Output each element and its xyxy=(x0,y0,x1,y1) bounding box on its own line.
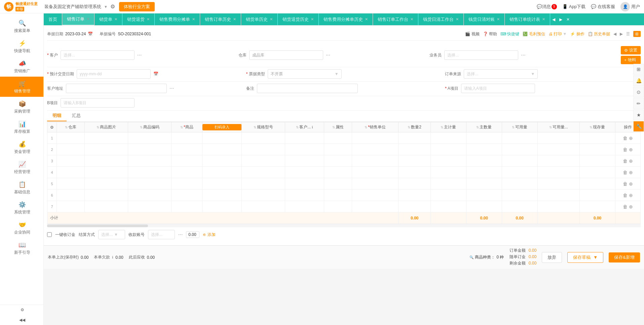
row-cust-code-1[interactable] xyxy=(285,132,324,144)
customer-addr-input[interactable] xyxy=(66,84,167,93)
scroll-thumb[interactable] xyxy=(47,225,148,227)
product-types-icon[interactable]: 🔍 xyxy=(469,255,473,259)
right-float-btn-3[interactable]: ⊙ xyxy=(633,87,644,97)
tab-more[interactable]: ✕ xyxy=(564,13,572,26)
app-download-btn[interactable]: 📱 App下载 xyxy=(562,4,585,10)
user-avatar[interactable]: 👤 用户 xyxy=(620,2,640,11)
sidebar-item-enterprise[interactable]: 🤝 企业协同 xyxy=(0,218,43,238)
tab-sales-expense[interactable]: 销售费用分摊单 ✕ xyxy=(155,13,200,26)
tab-close-cash-reconcile[interactable]: ✕ xyxy=(497,17,500,22)
copy-icon[interactable]: ⊕ xyxy=(629,135,633,141)
grid-view-btn[interactable]: ⊞ xyxy=(633,31,641,37)
history-btn[interactable]: 📋 历史单据 xyxy=(588,31,610,37)
row-img-1[interactable] xyxy=(84,132,128,144)
warehouse-more-btn[interactable]: ··· xyxy=(326,52,330,58)
th-scan[interactable]: 扫码录入 xyxy=(202,122,241,132)
th-warehouse[interactable]: ⇅仓库 xyxy=(57,122,85,132)
add-material-btn[interactable]: + 物料 xyxy=(621,56,641,64)
customer-more-btn[interactable]: ··· xyxy=(137,52,142,58)
add-payment-btn[interactable]: ⊕ 添加 xyxy=(203,232,215,238)
row-qty2-1[interactable] xyxy=(399,132,431,144)
th-current-stock[interactable]: ⇅现存量 xyxy=(579,122,615,132)
delete-icon[interactable]: 🗑 xyxy=(623,158,628,164)
right-float-btn-2[interactable]: 🔔 xyxy=(633,75,644,86)
row-main-unit-1[interactable] xyxy=(430,132,466,144)
invoice-type-select[interactable]: 不开票 ▼ xyxy=(268,69,342,79)
th-product-img[interactable]: ⇅商品图片 xyxy=(84,122,128,132)
tab-close-order-workbench[interactable]: ✕ xyxy=(410,17,413,22)
th-main-qty[interactable]: ⇅主数量 xyxy=(466,122,502,132)
profit-preview-btn[interactable]: 💹 毛利预估 xyxy=(523,31,545,37)
operation-btn[interactable]: ⚡ 操作 xyxy=(570,31,584,37)
tab-close-invoice-history[interactable]: ✕ xyxy=(270,17,273,22)
next-record-btn[interactable]: ▶ xyxy=(620,32,623,36)
detail-tab-summary[interactable]: 汇总 xyxy=(67,111,86,121)
row-product-1[interactable] xyxy=(171,132,202,144)
right-float-btn-5[interactable]: ★ xyxy=(633,110,644,120)
account-select[interactable]: 选择... xyxy=(148,230,175,239)
tab-close-sales-order[interactable]: ✕ xyxy=(86,17,89,21)
sidebar-item-search[interactable]: 🔍 搜索菜单 xyxy=(0,16,43,36)
delete-icon[interactable]: 🗑 xyxy=(623,147,628,152)
tab-close-sales-invoice[interactable]: ✕ xyxy=(114,17,117,22)
delete-icon[interactable]: 🗑 xyxy=(623,193,628,198)
sidebar-settings-btn[interactable]: ⚙ xyxy=(0,305,43,315)
row-code-1[interactable] xyxy=(128,132,171,144)
th-available2[interactable]: ⇅可用量... xyxy=(537,122,579,132)
order-no-value[interactable]: SO-20230324-001 xyxy=(118,32,151,36)
copy-icon[interactable]: ⊕ xyxy=(629,193,633,198)
copy-icon[interactable]: ⊕ xyxy=(629,158,633,164)
th-settings[interactable]: ⚙ xyxy=(47,122,57,132)
horizontal-scrollbar[interactable] xyxy=(47,224,641,227)
account-more-btn[interactable]: ··· xyxy=(178,232,183,238)
tab-close-sales-expense[interactable]: ✕ xyxy=(192,17,195,22)
tab-home[interactable]: 首页 xyxy=(44,13,62,26)
tab-invoice-history[interactable]: 销货单历史 ✕ xyxy=(241,13,278,26)
quick-collect-checkbox[interactable] xyxy=(47,232,52,237)
prev-record-btn[interactable]: ◀ xyxy=(613,32,616,36)
row-spec-1[interactable] xyxy=(242,132,285,144)
b-project-input[interactable]: 请输入B项目 xyxy=(61,98,135,108)
list-view-btn[interactable]: ☰ xyxy=(626,32,630,36)
payment-amount[interactable]: 0.00 xyxy=(186,231,199,238)
sidebar-collapse-btn[interactable]: ◀◀ xyxy=(0,315,43,325)
row-warehouse-1[interactable] xyxy=(57,132,85,144)
tab-sales-stats[interactable]: 销售订单统计表 ✕ xyxy=(505,13,550,26)
tab-nav-left[interactable]: ◀ xyxy=(550,13,557,26)
row-avail-1[interactable] xyxy=(502,132,537,144)
customer-input[interactable]: 选择... xyxy=(61,50,135,60)
th-available[interactable]: ⇅可用量 xyxy=(502,122,537,132)
print-btn[interactable]: 🖨 打印 ▼ xyxy=(548,31,567,37)
tab-sales-invoice[interactable]: 销货单 ✕ xyxy=(94,13,122,26)
salesperson-input[interactable]: 选择... xyxy=(444,50,518,60)
copy-icon[interactable]: ⊕ xyxy=(629,147,633,152)
delivery-calendar-icon[interactable]: 📅 xyxy=(153,72,158,76)
salesperson-more-btn[interactable]: ··· xyxy=(521,52,525,58)
sidebar-item-finance[interactable]: 💰 资金管理 xyxy=(0,137,43,157)
shortcut-btn[interactable]: ⌨ 快捷键 xyxy=(500,31,519,37)
tab-cash-workbench[interactable]: 钱货日清工作台 ✕ xyxy=(418,13,464,26)
warehouse-input[interactable]: 成品库 xyxy=(249,50,323,60)
sidebar-item-guide[interactable]: 📖 新手引导 xyxy=(0,238,43,258)
a-project-input[interactable]: 请输入A项目 xyxy=(461,84,535,93)
right-float-btn-6[interactable]: 🔧 xyxy=(633,121,644,132)
sidebar-item-sales[interactable]: 🛒 销售管理 xyxy=(0,77,43,97)
sidebar-item-quicknav[interactable]: ⚡ 快捷导航 xyxy=(0,36,43,56)
delete-icon[interactable]: 🗑 xyxy=(623,204,628,209)
sidebar-item-operations[interactable]: 📈 经营管理 xyxy=(0,157,43,177)
row-stock-1[interactable] xyxy=(579,132,615,144)
tab-cash-reconcile[interactable]: 钱货日清对账 ✕ xyxy=(464,13,505,26)
sidebar-item-purchase[interactable]: 📦 采购管理 xyxy=(0,97,43,117)
tab-order-workbench[interactable]: 销售订单工作台 ✕ xyxy=(373,13,418,26)
row-action-1[interactable]: 🗑⊕ xyxy=(615,132,640,144)
copy-icon[interactable]: ⊕ xyxy=(629,204,633,209)
tab-return-history[interactable]: 销货退货历史 ✕ xyxy=(278,13,319,26)
tab-close-sales-stats[interactable]: ✕ xyxy=(542,17,545,22)
system-dropdown-arrow[interactable]: ▼ xyxy=(104,5,108,9)
th-spec[interactable]: ⇅规格型号 xyxy=(242,122,285,132)
debt-info-icon[interactable]: ℹ xyxy=(112,255,113,259)
calendar-icon[interactable]: 📅 xyxy=(88,32,93,36)
detail-tab-detail[interactable]: 明细 xyxy=(47,111,67,121)
th-main-unit[interactable]: ⇅主计量 xyxy=(430,122,466,132)
right-float-btn-4[interactable]: ✏ xyxy=(633,98,644,109)
